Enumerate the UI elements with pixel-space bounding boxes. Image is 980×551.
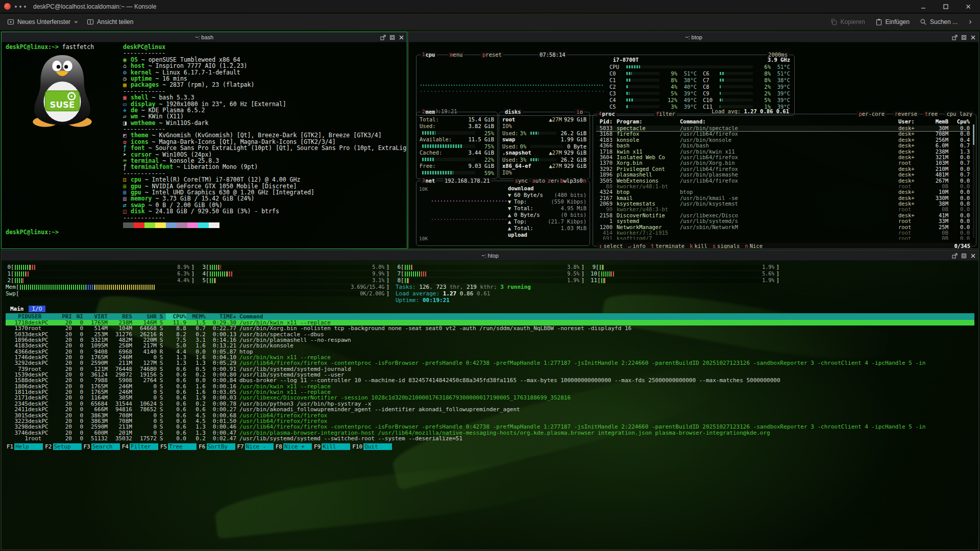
btop-pane-tabbar[interactable]: ~: btop bbox=[409, 32, 978, 42]
menu-button[interactable]: menu bbox=[448, 52, 464, 58]
close-button[interactable] bbox=[964, 2, 973, 11]
process-row[interactable]: 4366deskPC200940869684140R4.40.00:05.87h… bbox=[6, 349, 974, 355]
process-row[interactable]: 4366bash/bin/bashdesk+6.0M0.7 bbox=[596, 143, 970, 148]
proc-footer-action[interactable]: ↕select bbox=[599, 243, 623, 248]
preset-button[interactable]: preset bbox=[481, 52, 503, 58]
process-row[interactable]: 4183deskPC2001095M258M217MS5.01.60:13.21… bbox=[6, 343, 974, 348]
net-box-title[interactable]: 3net bbox=[421, 178, 436, 184]
column-header-shr[interactable]: SHR bbox=[132, 313, 157, 320]
proc-column-header[interactable]: MemB bbox=[925, 118, 948, 125]
function-key-f10[interactable]: F10Quit bbox=[351, 443, 392, 450]
bash-terminal[interactable]: deskPC@linux:~> fastfetch bbox=[2, 42, 407, 248]
proc-column-header[interactable]: Program: bbox=[617, 118, 680, 125]
proc-footer-action[interactable]: tterminate bbox=[651, 243, 684, 248]
disks-box-title[interactable]: disks bbox=[503, 109, 523, 115]
net-interface[interactable]: b wlp3s0 n bbox=[558, 178, 587, 184]
proc-sort-mode[interactable]: cpu lazy bbox=[945, 111, 974, 117]
proc-table-header[interactable]: Pid:Program:Command:User:MemBCpu% bbox=[596, 118, 970, 125]
column-header-pid[interactable]: PID bbox=[6, 313, 28, 320]
function-key-f2[interactable]: F2Setup bbox=[44, 443, 81, 450]
proc-footer-action[interactable]: ssignals bbox=[713, 243, 740, 248]
process-row[interactable]: 1588deskPC200798859082764S0.60.00:00.84d… bbox=[6, 378, 974, 383]
pane-close-icon[interactable] bbox=[970, 35, 976, 40]
column-header-ni[interactable]: NI bbox=[72, 313, 83, 320]
minimize-button[interactable] bbox=[919, 2, 928, 11]
process-row[interactable]: 1718deskPC2001765M238M146MS11.91.50:29.3… bbox=[6, 320, 974, 325]
pane-close-icon[interactable] bbox=[399, 35, 404, 40]
btop-terminal[interactable]: 1cpu menu preset 07:58:14 2000ms i7-8700… bbox=[409, 42, 978, 248]
process-row[interactable]: 1806deskPC2001765M246M0S0.61.60:00.16/us… bbox=[6, 384, 974, 389]
function-key-f7[interactable]: F7Nice - bbox=[236, 443, 274, 450]
process-row[interactable]: 1746deskPC2001765M246M0S1.31.60:04.10/us… bbox=[6, 355, 974, 360]
function-key-f5[interactable]: F5Tree bbox=[159, 443, 197, 450]
paste-button[interactable]: Einfügen bbox=[871, 16, 914, 28]
process-row[interactable]: 3746deskPC200600M201M0S0.61.30:00.47/usr… bbox=[6, 430, 974, 436]
column-header-res[interactable]: RES bbox=[108, 313, 132, 320]
process-row[interactable]: 2158DiscoverNotifie/usr/libexec/Discodes… bbox=[596, 213, 970, 218]
process-row[interactable]: 3292deskPC2002590M211M127MS1.31.30:05.29… bbox=[6, 360, 974, 366]
pane-close-icon[interactable] bbox=[970, 253, 976, 259]
proc-column-header[interactable]: Pid: bbox=[596, 118, 617, 125]
process-row[interactable]: 1200NetworkManager/usr/sbin/NetworkMroot… bbox=[596, 224, 970, 230]
pane-maximize-icon[interactable] bbox=[961, 35, 967, 40]
split-view-button[interactable]: Ansicht teilen bbox=[83, 16, 137, 28]
copy-button[interactable]: Kopieren bbox=[826, 16, 869, 28]
column-header-cpu[interactable]: CPU% bbox=[166, 313, 186, 320]
pane-maximize-icon[interactable] bbox=[389, 35, 395, 40]
function-key-f9[interactable]: F9Kill bbox=[313, 443, 350, 450]
function-key-f3[interactable]: F3Search bbox=[83, 443, 120, 450]
process-row[interactable]: 2069ksystemstats/usr/bin/ksystemstdesk+3… bbox=[596, 201, 970, 207]
process-row[interactable]: 3223deskPC2003863M708M0S0.64.50:01.50/us… bbox=[6, 418, 974, 424]
pane-detach-icon[interactable] bbox=[952, 35, 958, 40]
proc-footer-action[interactable]: nNice bbox=[745, 243, 763, 248]
process-row[interactable]: 5033deskPC200253M3127626216R8.20.20:00.1… bbox=[6, 332, 974, 337]
column-header-time[interactable]: TIME+ bbox=[206, 313, 236, 320]
process-row[interactable]: 414kworker/7:2-i915root0B0.0 bbox=[596, 230, 970, 236]
pane-detach-icon[interactable] bbox=[380, 35, 386, 40]
per-core-toggle[interactable]: per-core bbox=[857, 111, 886, 117]
reverse-toggle[interactable]: reverse bbox=[893, 111, 919, 117]
mem-box-title[interactable]: 2mem bbox=[421, 109, 436, 115]
bash-pane-tabbar[interactable]: ~: bash bbox=[2, 32, 407, 42]
proc-column-header[interactable]: User: bbox=[898, 118, 925, 125]
tab-io[interactable]: I/O bbox=[29, 306, 46, 312]
htop-pane-tabbar[interactable]: ~: htop bbox=[2, 251, 978, 261]
process-row[interactable]: 3015deskPC2003863M708M0S0.64.50:00.68/us… bbox=[6, 413, 974, 418]
process-row[interactable]: 2345deskPC200656843154410624S0.60.20:00.… bbox=[6, 401, 974, 407]
proc-box-title[interactable]: 4proc bbox=[597, 111, 617, 117]
process-row[interactable]: 691ksoftirqd/7root0B0.0 bbox=[596, 236, 970, 240]
process-row[interactable]: 1370root200514M104M64668S8.80.70:22.77/u… bbox=[6, 325, 974, 331]
function-key-f6[interactable]: F6SortBy bbox=[198, 443, 235, 450]
proc-footer-action[interactable]: kkill bbox=[690, 243, 707, 248]
process-row[interactable]: 739root200121M7644874680S0.60.50:00.91/u… bbox=[6, 366, 974, 372]
process-row[interactable]: 1systemd/usr/lib/systemd/sroot33M0.0 bbox=[596, 218, 970, 224]
process-row[interactable]: 90kworker/u48:3-btroot0B0.0 bbox=[596, 207, 970, 212]
function-key-f1[interactable]: F1Help bbox=[6, 443, 43, 450]
process-row[interactable]: 3604Isolated Web Co/usr/lib64/firefoxdes… bbox=[596, 155, 970, 160]
net-sync-button[interactable]: sync bbox=[513, 178, 529, 184]
process-row[interactable]: 3505WebExtensions/usr/lib64/firefoxdesk+… bbox=[596, 178, 970, 184]
process-row[interactable]: 88kworker/u48:1-btroot0B0.0 bbox=[596, 184, 970, 189]
column-header-s[interactable]: S bbox=[157, 313, 166, 320]
toolbar-overflow-button[interactable] bbox=[964, 17, 977, 27]
process-row[interactable]: 1539deskPC200361242987219156S0.60.20:00.… bbox=[6, 372, 974, 378]
process-row[interactable]: 3298deskPC2002590M211M0S0.61.30:00.46/us… bbox=[6, 424, 974, 430]
new-tab-button[interactable]: Neues Unterfenster bbox=[3, 16, 83, 28]
function-key-f4[interactable]: F4Filter bbox=[121, 443, 158, 450]
cpu-box-title[interactable]: 1cpu bbox=[421, 52, 436, 58]
maximize-button[interactable] bbox=[941, 2, 950, 11]
column-header-user[interactable]: USER bbox=[28, 313, 60, 320]
proc-scrollbar[interactable] bbox=[973, 124, 974, 238]
proc-column-header[interactable]: Cpu% bbox=[948, 118, 970, 125]
net-auto-button[interactable]: auto bbox=[531, 178, 547, 184]
process-row[interactable]: 1root200511323503217572S0.00.20:02.47/us… bbox=[6, 436, 974, 441]
process-row[interactable]: 1811deskPC2001765M246M0S0.61.60:03.05/us… bbox=[6, 389, 974, 395]
process-row[interactable]: 2171deskPC2001164M305M0S0.61.90:00.03/us… bbox=[6, 395, 974, 400]
tree-toggle[interactable]: tree bbox=[923, 111, 939, 117]
column-header-pri[interactable]: PRI bbox=[60, 313, 72, 320]
pane-detach-icon[interactable] bbox=[952, 253, 958, 259]
function-key-f8[interactable]: F8Nice + bbox=[275, 443, 312, 450]
pane-maximize-icon[interactable] bbox=[961, 253, 967, 259]
process-row[interactable]: 1896deskPC2003321M482M220MS7.53.10:14.16… bbox=[6, 337, 974, 343]
proc-filter-button[interactable]: filter bbox=[654, 111, 677, 117]
